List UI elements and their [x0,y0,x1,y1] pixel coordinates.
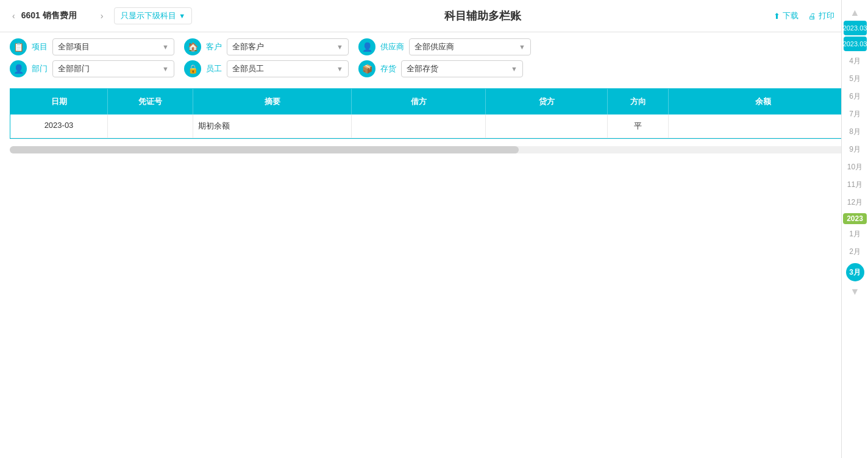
filter-item-project: 📋 项目 全部项目 ▼ [10,38,174,55]
customer-icon: 🏠 [184,38,201,55]
sidebar-month-11[interactable]: 11月 [843,176,867,194]
table-row: 2023-03 期初余额 平 [10,114,858,138]
filter-row-2: 👤 部门 全部部门 ▼ 🔒 员工 全部员工 ▼ 📦 存货 [10,60,858,77]
supplier-icon: 👤 [358,38,375,55]
sidebar-month-5[interactable]: 5月 [843,70,867,88]
download-label: 下载 [783,10,799,21]
filter-area: 📋 项目 全部项目 ▼ 🏠 客户 全部客户 ▼ 👤 供应商 [0,32,868,88]
col-credit: 贷方 [486,89,608,114]
project-select[interactable]: 全部项目 ▼ [52,38,174,55]
nav-area: ‹ 6601 销售费用 › 只显示下级科目 ▼ [10,7,192,24]
cell-balance [669,114,858,138]
chevron-down-icon: ▼ [162,43,169,51]
table-body: 2023-03 期初余额 平 [10,114,858,138]
employee-select[interactable]: 全部员工 ▼ [227,60,349,77]
ledger-table: 日期 凭证号 摘要 借方 贷方 方向 余额 2023-03 期初余额 平 [10,88,858,139]
employee-value: 全部员工 [232,63,264,74]
sidebar-month-7[interactable]: 7月 [843,105,867,123]
download-icon: ⬆ [774,12,780,21]
project-label: 项目 [32,41,48,52]
inventory-label: 存货 [380,63,396,74]
customer-value: 全部客户 [232,41,264,52]
show-sub-label: 只显示下级科目 [121,10,176,21]
sidebar-month-2[interactable]: 2月 [843,243,867,261]
department-select[interactable]: 全部部门 ▼ [52,60,174,77]
filter-item-department: 👤 部门 全部部门 ▼ [10,60,174,77]
sidebar-month-2023-03-1[interactable]: 2023.03 [844,21,867,35]
customer-select[interactable]: 全部客户 ▼ [227,38,349,55]
sidebar-month-2023-03-2[interactable]: 2023.03 [844,37,867,51]
inventory-icon: 📦 [358,60,375,77]
sidebar-month-9[interactable]: 9月 [843,141,867,158]
project-icon: 📋 [10,38,27,55]
scroll-thumb[interactable] [10,146,519,153]
col-voucher: 凭证号 [108,89,193,114]
filter-item-inventory: 📦 存货 全部存货 ▼ [358,60,523,77]
cell-credit [486,114,608,138]
chevron-down-icon: ▼ [519,43,525,51]
chevron-down-icon: ▼ [336,65,343,72]
cell-summary: 期初余额 [193,114,352,138]
col-date: 日期 [10,89,108,114]
sidebar-up-button[interactable]: ▲ [848,5,863,21]
project-value: 全部项目 [58,41,90,52]
filter-row-1: 📋 项目 全部项目 ▼ 🏠 客户 全部客户 ▼ 👤 供应商 [10,38,858,55]
page-title: 科目辅助多栏账 [192,9,774,23]
sidebar-down-button[interactable]: ▼ [848,284,863,300]
sidebar-month-8[interactable]: 8月 [843,123,867,141]
cell-debit [352,114,486,138]
col-balance: 余额 [669,89,858,114]
customer-label: 客户 [206,41,222,52]
prev-account-button[interactable]: ‹ [10,10,18,22]
chevron-down-icon: ▼ [336,43,343,51]
header: ‹ 6601 销售费用 › 只显示下级科目 ▼ 科目辅助多栏账 ⬆ 下载 🖨 打… [0,0,868,32]
horizontal-scrollbar[interactable] [0,144,868,156]
table-header: 日期 凭证号 摘要 借方 贷方 方向 余额 [10,89,858,114]
filter-item-supplier: 👤 供应商 全部供应商 ▼ [358,38,531,55]
sidebar-month-4[interactable]: 4月 [843,52,867,70]
cell-voucher [108,114,193,138]
current-month-badge[interactable]: 3月 [846,263,864,281]
sidebar-month-1[interactable]: 1月 [843,225,867,243]
cell-date: 2023-03 [10,114,108,138]
account-code: 6601 销售费用 [21,10,94,21]
filter-item-customer: 🏠 客户 全部客户 ▼ [184,38,349,55]
scroll-track [10,146,858,153]
month-sidebar: ▲ 2023.03 2023.03 4月 5月 6月 7月 8月 9月 10月 … [841,0,868,458]
supplier-value: 全部供应商 [414,41,454,52]
show-sub-toggle[interactable]: 只显示下级科目 ▼ [114,7,192,24]
sidebar-month-6[interactable]: 6月 [843,88,867,105]
department-label: 部门 [32,63,48,74]
col-debit: 借方 [352,89,486,114]
year-badge: 2023 [843,213,867,224]
department-value: 全部部门 [58,63,90,74]
cell-direction: 平 [608,114,669,138]
print-label: 打印 [819,10,834,21]
download-button[interactable]: ⬆ 下载 [774,10,799,21]
sidebar-month-12[interactable]: 12月 [843,194,867,211]
inventory-value: 全部存货 [407,63,438,74]
supplier-select[interactable]: 全部供应商 ▼ [409,38,531,55]
print-button[interactable]: 🖨 打印 [808,10,834,21]
filter-item-employee: 🔒 员工 全部员工 ▼ [184,60,349,77]
year-badge-container: 2023 [843,214,867,223]
inventory-select[interactable]: 全部存货 ▼ [401,60,523,77]
supplier-label: 供应商 [380,41,404,52]
chevron-down-icon: ▼ [179,12,185,19]
employee-label: 员工 [206,63,222,74]
sidebar-month-10[interactable]: 10月 [843,158,867,176]
chevron-down-icon: ▼ [162,65,169,72]
col-direction: 方向 [608,89,669,114]
chevron-down-icon: ▼ [511,65,518,72]
current-month-container: 3月 [846,263,864,281]
next-account-button[interactable]: › [98,10,106,22]
col-summary: 摘要 [193,89,352,114]
print-icon: 🖨 [808,12,816,21]
employee-icon: 🔒 [184,60,201,77]
department-icon: 👤 [10,60,27,77]
